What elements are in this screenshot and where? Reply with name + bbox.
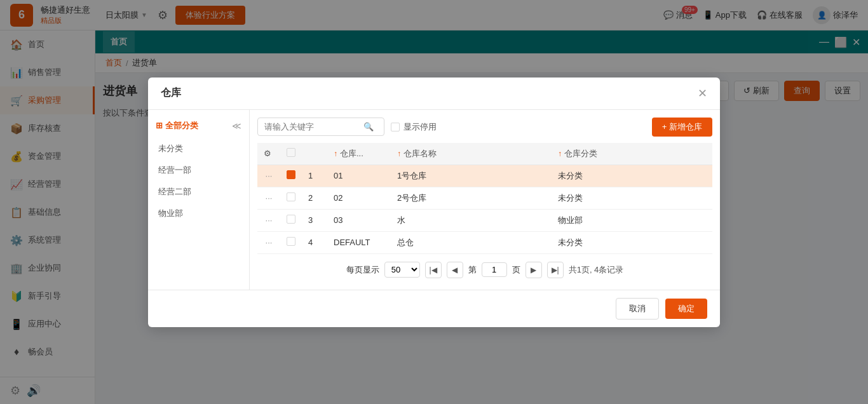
modal-sidebar-item[interactable]: 经营一部 — [148, 159, 249, 181]
modal-sidebar-title: ⊞ 全部分类 — [156, 120, 198, 131]
search-input-wrapper: 🔍 — [257, 118, 384, 136]
th-code[interactable]: ↑仓库... — [327, 143, 391, 165]
modal-close-button[interactable]: ✕ — [698, 86, 707, 100]
table-row[interactable]: ··· 2 02 2号仓库 未分类 — [257, 187, 712, 209]
page-number-input[interactable] — [482, 262, 507, 277]
modal-sidebar-item[interactable]: 经营二部 — [148, 181, 249, 203]
search-icon: 🔍 — [363, 122, 374, 131]
modal-pagination: 每页显示 50 10 20 100 |◀ ◀ 第 页 ▶ ▶| 共1页, 4条记… — [257, 254, 712, 282]
select-all-checkbox[interactable] — [287, 148, 295, 157]
row-actions[interactable]: ··· — [257, 231, 280, 253]
table-row[interactable]: ··· 4 DEFAULT 总仓 未分类 — [257, 231, 712, 253]
th-category[interactable]: ↑仓库分类 — [552, 143, 712, 165]
row-actions[interactable]: ··· — [257, 187, 280, 209]
row-category: 未分类 — [552, 187, 712, 209]
row-number: 4 — [302, 231, 327, 253]
modal-sidebar: ⊞ 全部分类 ≪ 未分类经营一部经营二部物业部 — [148, 110, 250, 290]
first-page-button[interactable]: |◀ — [425, 262, 442, 278]
show-disabled-checkbox[interactable]: 显示停用 — [391, 121, 437, 133]
modal-sidebar-item[interactable]: 物业部 — [148, 203, 249, 224]
search-input[interactable] — [264, 122, 360, 131]
modal-sidebar-header: ⊞ 全部分类 ≪ — [148, 116, 249, 138]
modal-main-area: 🔍 显示停用 + 新增仓库 ⚙ — [250, 110, 720, 290]
row-code: 02 — [327, 187, 391, 209]
total-info: 共1页, 4条记录 — [569, 264, 624, 276]
modal-search-bar: 🔍 显示停用 + 新增仓库 — [257, 118, 712, 137]
row-name: 水 — [391, 209, 552, 231]
row-name: 总仓 — [391, 231, 552, 253]
modal-sidebar-item[interactable]: 未分类 — [148, 138, 249, 159]
row-checkbox[interactable] — [280, 231, 302, 253]
table-header: ⚙ ↑仓库... ↑仓库名称 ↑仓库分类 — [257, 143, 712, 165]
row-checkbox[interactable] — [280, 187, 302, 209]
warehouse-table: ⚙ ↑仓库... ↑仓库名称 ↑仓库分类 — [257, 143, 712, 254]
modal-sidebar-items: 未分类经营一部经营二部物业部 — [148, 138, 249, 224]
modal-header: 仓库 ✕ — [148, 77, 720, 110]
row-checkbox[interactable] — [280, 209, 302, 231]
row-category: 未分类 — [552, 231, 712, 253]
confirm-button[interactable]: 确定 — [665, 299, 707, 319]
th-settings: ⚙ — [257, 143, 280, 165]
row-category: 未分类 — [552, 165, 712, 187]
row-category: 物业部 — [552, 209, 712, 231]
disabled-checkbox[interactable] — [391, 123, 400, 131]
row-name: 1号仓库 — [391, 165, 552, 187]
warehouse-modal: 仓库 ✕ ⊞ 全部分类 ≪ 未分类经营一部经营二部物业部 — [148, 77, 720, 327]
th-number — [302, 143, 327, 165]
sidebar-collapse-icon[interactable]: ≪ — [232, 121, 241, 131]
row-actions[interactable]: ··· — [257, 165, 280, 187]
row-checkbox[interactable] — [280, 165, 302, 187]
prev-page-button[interactable]: ◀ — [447, 262, 463, 278]
row-code: DEFAULT — [327, 231, 391, 253]
warehouse-table-container: ⚙ ↑仓库... ↑仓库名称 ↑仓库分类 — [257, 143, 712, 254]
add-warehouse-button[interactable]: + 新增仓库 — [652, 118, 712, 137]
table-row[interactable]: ··· 3 03 水 物业部 — [257, 209, 712, 231]
th-name[interactable]: ↑仓库名称 — [391, 143, 552, 165]
next-page-button[interactable]: ▶ — [526, 262, 542, 278]
modal-footer: 取消 确定 — [148, 290, 720, 327]
table-row[interactable]: ··· 1 01 1号仓库 未分类 — [257, 165, 712, 187]
row-actions[interactable]: ··· — [257, 209, 280, 231]
th-checkbox — [280, 143, 302, 165]
row-code: 03 — [327, 209, 391, 231]
row-number: 3 — [302, 209, 327, 231]
cancel-button[interactable]: 取消 — [616, 298, 659, 320]
last-page-button[interactable]: ▶| — [547, 262, 564, 278]
row-number: 2 — [302, 187, 327, 209]
modal-overlay: 仓库 ✕ ⊞ 全部分类 ≪ 未分类经营一部经营二部物业部 — [0, 0, 868, 404]
row-code: 01 — [327, 165, 391, 187]
modal-title: 仓库 — [161, 86, 181, 100]
page-size-select[interactable]: 50 10 20 100 — [384, 262, 420, 278]
modal-body: ⊞ 全部分类 ≪ 未分类经营一部经营二部物业部 🔍 显 — [148, 110, 720, 290]
warehouse-table-body: ··· 1 01 1号仓库 未分类 ··· 2 02 2号仓库 未分类 ··· … — [257, 165, 712, 253]
row-name: 2号仓库 — [391, 187, 552, 209]
row-number: 1 — [302, 165, 327, 187]
